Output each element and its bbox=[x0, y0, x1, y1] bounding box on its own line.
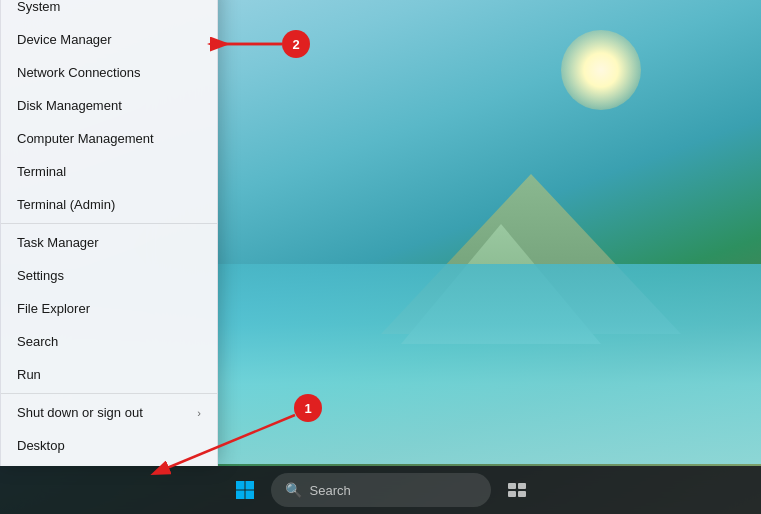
taskbar-search-label: Search bbox=[310, 483, 351, 498]
svg-rect-13 bbox=[245, 491, 254, 500]
svg-rect-14 bbox=[508, 483, 516, 489]
menu-item-task-manager[interactable]: Task Manager bbox=[1, 226, 217, 259]
sun-decoration bbox=[561, 30, 641, 110]
menu-item-terminal[interactable]: Terminal bbox=[1, 155, 217, 188]
menu-item-computer-management[interactable]: Computer Management bbox=[1, 122, 217, 155]
svg-rect-16 bbox=[508, 491, 516, 497]
start-button[interactable] bbox=[227, 472, 263, 508]
svg-rect-12 bbox=[236, 491, 245, 500]
menu-item-device-manager[interactable]: Device Manager bbox=[1, 23, 217, 56]
windows-logo-icon bbox=[235, 480, 255, 500]
svg-rect-10 bbox=[236, 481, 245, 490]
menu-item-terminal-admin[interactable]: Terminal (Admin) bbox=[1, 188, 217, 221]
taskbar-search-bar[interactable]: 🔍 Search bbox=[271, 473, 491, 507]
taskbar: 🔍 Search bbox=[0, 466, 761, 514]
menu-item-network-connections[interactable]: Network Connections bbox=[1, 56, 217, 89]
menu-item-shut-down[interactable]: Shut down or sign out › bbox=[1, 396, 217, 429]
chevron-right-icon: › bbox=[197, 407, 201, 419]
menu-divider-2 bbox=[1, 393, 217, 394]
menu-item-settings[interactable]: Settings bbox=[1, 259, 217, 292]
svg-rect-17 bbox=[518, 491, 526, 497]
menu-item-desktop[interactable]: Desktop bbox=[1, 429, 217, 462]
menu-item-search[interactable]: Search bbox=[1, 325, 217, 358]
search-icon: 🔍 bbox=[285, 482, 302, 498]
menu-divider bbox=[1, 223, 217, 224]
svg-point-5 bbox=[282, 30, 310, 58]
context-menu: System Device Manager Network Connection… bbox=[0, 0, 218, 466]
menu-item-file-explorer[interactable]: File Explorer bbox=[1, 292, 217, 325]
svg-text:2: 2 bbox=[292, 37, 299, 52]
menu-item-system[interactable]: System bbox=[1, 0, 217, 23]
menu-item-run[interactable]: Run bbox=[1, 358, 217, 391]
task-view-button[interactable] bbox=[499, 472, 535, 508]
menu-item-disk-management[interactable]: Disk Management bbox=[1, 89, 217, 122]
desktop: System Device Manager Network Connection… bbox=[0, 0, 761, 514]
task-view-icon bbox=[508, 483, 526, 497]
taskbar-center: 🔍 Search bbox=[227, 472, 535, 508]
svg-rect-11 bbox=[245, 481, 254, 490]
svg-rect-15 bbox=[518, 483, 526, 489]
